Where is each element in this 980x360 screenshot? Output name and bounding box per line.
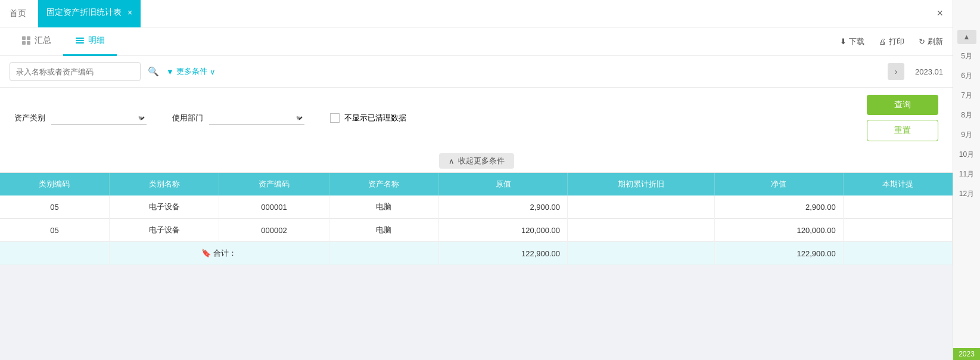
cell-asset-code: 000001: [219, 195, 329, 219]
svg-rect-3: [27, 41, 30, 45]
sidebar-months-list: 5月6月7月8月9月10月11月12月: [959, 46, 974, 204]
cell-original-value: 120,000.00: [439, 219, 568, 242]
total-original-value: 122,900.00: [439, 242, 568, 265]
use-department-select[interactable]: [209, 111, 304, 125]
col-asset-code: 资产编码: [219, 173, 329, 195]
use-department-label: 使用部门: [172, 113, 203, 123]
sidebar-scroll-up-button[interactable]: ▲: [957, 30, 976, 44]
refresh-button[interactable]: ↻ 刷新: [919, 36, 943, 47]
data-table: 类别编码 类别名称 资产编码 资产名称 原值 期初累计折旧 净值 本期计提 05…: [0, 173, 953, 265]
toolbar-actions: ⬇ 下载 🖨 打印 ↻ 刷新: [840, 36, 943, 47]
refresh-icon: ↻: [919, 37, 925, 46]
cell-accumulated-depreciation: [568, 195, 715, 219]
sidebar-month-item[interactable]: 9月: [959, 125, 974, 145]
print-icon: 🖨: [879, 37, 886, 46]
filter-area: 资产类别 ▼ 使用部门 ▼: [0, 88, 953, 173]
cell-asset-code: 000002: [219, 219, 329, 242]
no-cleared-label: 不显示已清理数据: [344, 113, 406, 123]
download-button[interactable]: ⬇ 下载: [840, 36, 864, 47]
cell-category-code: 05: [0, 219, 109, 242]
sidebar-month-item[interactable]: 12月: [959, 184, 974, 204]
col-category-name: 类别名称: [109, 173, 219, 195]
svg-rect-1: [27, 36, 30, 40]
cell-category-code: 05: [0, 195, 109, 219]
sidebar-year-badge[interactable]: 2023: [953, 348, 980, 360]
table-header-row: 类别编码 类别名称 资产编码 资产名称 原值 期初累计折旧 净值 本期计提: [0, 173, 953, 195]
tab-summary-label: 汇总: [35, 35, 51, 46]
close-tab-button[interactable]: ×: [127, 8, 132, 17]
cell-original-value: 2,900.00: [439, 195, 568, 219]
col-asset-name: 资产名称: [329, 173, 438, 195]
cell-current-depreciation: [843, 195, 952, 219]
col-net-value: 净值: [714, 173, 843, 195]
sidebar-month-item[interactable]: 7月: [959, 86, 974, 105]
cell-net-value: 120,000.00: [714, 219, 843, 242]
sidebar-month-item[interactable]: 6月: [959, 66, 974, 86]
total-net-value: 122,900.00: [714, 242, 843, 265]
detail-icon: [75, 36, 85, 45]
svg-rect-0: [22, 36, 26, 40]
chevron-down-icon: ∨: [210, 67, 216, 76]
nav-arrow-right[interactable]: ›: [888, 63, 904, 80]
sub-tabs-bar: 汇总 明细 ⬇ 下载 🖨 打印 ↻: [0, 27, 953, 56]
cell-accumulated-depreciation: [568, 219, 715, 242]
tab-detail[interactable]: 明细: [63, 27, 117, 56]
top-nav-bar: 首页 固定资产折旧统计表 × ×: [0, 0, 953, 27]
asset-category-dropdown-icon: ▼: [137, 114, 144, 122]
download-icon: ⬇: [840, 37, 847, 46]
cell-net-value: 2,900.00: [714, 195, 843, 219]
filter-action-buttons: 查询 重置: [867, 95, 938, 141]
filter-icon: ▼: [166, 67, 174, 76]
reset-button[interactable]: 重置: [867, 120, 938, 141]
data-table-container: 类别编码 类别名称 资产编码 资产名称 原值 期初累计折旧 净值 本期计提 05…: [0, 173, 953, 265]
query-button[interactable]: 查询: [867, 95, 938, 115]
svg-rect-6: [76, 42, 84, 44]
home-nav-item[interactable]: 首页: [10, 8, 26, 19]
summary-icon: [21, 36, 31, 45]
table-total-row: 🔖合计： 122,900.00 122,900.00: [0, 242, 953, 265]
search-bar: 🔍 ▼ 更多条件 ∨ › 2023.01: [0, 56, 953, 88]
filter-row: 资产类别 ▼ 使用部门 ▼: [14, 95, 938, 141]
cell-category-name: 电子设备: [109, 219, 219, 242]
tab-label: 固定资产折旧统计表: [46, 7, 122, 18]
svg-rect-4: [76, 38, 84, 39]
no-cleared-field: 不显示已清理数据: [330, 113, 406, 123]
total-accumulated-depreciation: [568, 242, 715, 265]
col-current-depreciation: 本期计提: [843, 173, 952, 195]
tab-detail-label: 明细: [88, 35, 105, 46]
col-accumulated-depreciation: 期初累计折旧: [568, 173, 715, 195]
use-department-dropdown-icon: ▼: [295, 114, 301, 122]
total-label: 🔖合计：: [109, 242, 329, 265]
search-input[interactable]: [10, 62, 141, 81]
sidebar-month-item[interactable]: 8月: [959, 105, 974, 125]
use-department-field: 使用部门 ▼: [172, 111, 301, 125]
sidebar-month-item[interactable]: 11月: [959, 165, 974, 184]
sidebar-month-item[interactable]: 10月: [959, 145, 974, 165]
date-label: 2023.01: [915, 67, 943, 76]
total-icon: 🔖: [201, 249, 211, 257]
collapse-filters-button[interactable]: ∧ 收起更多条件: [14, 148, 938, 172]
svg-rect-2: [22, 41, 26, 45]
more-filters-button[interactable]: ▼ 更多条件 ∨: [166, 66, 216, 77]
cell-category-name: 电子设备: [109, 195, 219, 219]
col-category-code: 类别编码: [0, 173, 109, 195]
search-icon[interactable]: 🔍: [148, 66, 159, 77]
table-row: 05 电子设备 000001 电脑 2,900.00 2,900.00: [0, 195, 953, 219]
no-cleared-checkbox[interactable]: [330, 113, 340, 123]
cell-current-depreciation: [843, 219, 952, 242]
tab-summary[interactable]: 汇总: [10, 27, 63, 56]
asset-category-select[interactable]: [51, 111, 147, 125]
asset-category-field: 资产类别 ▼: [14, 111, 144, 125]
cell-asset-name: 电脑: [329, 195, 438, 219]
col-original-value: 原值: [439, 173, 568, 195]
active-tab[interactable]: 固定资产折旧统计表 ×: [38, 0, 141, 27]
cell-asset-name: 电脑: [329, 219, 438, 242]
sidebar-month-item[interactable]: 5月: [959, 46, 974, 66]
collapse-icon: ∧: [449, 157, 455, 166]
right-sidebar: ▲ 5月6月7月8月9月10月11月12月 2023: [953, 0, 980, 360]
svg-rect-5: [76, 40, 84, 41]
close-window-button[interactable]: ×: [937, 7, 943, 20]
asset-category-label: 资产类别: [14, 113, 45, 123]
table-row: 05 电子设备 000002 电脑 120,000.00 120,000.00: [0, 219, 953, 242]
print-button[interactable]: 🖨 打印: [879, 36, 904, 47]
